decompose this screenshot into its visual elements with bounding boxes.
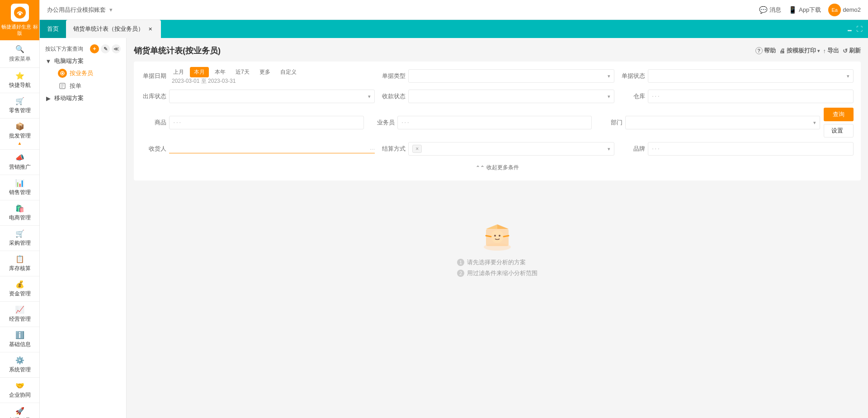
collapse-panel-btn[interactable]: ≪ bbox=[112, 44, 121, 53]
receiver-dots[interactable]: ··· bbox=[370, 145, 375, 152]
payment-method-select[interactable]: × ▾ bbox=[408, 142, 614, 156]
sidebar-item-inventory[interactable]: 📋 库存核算 bbox=[0, 251, 39, 276]
tab-close-icon[interactable]: ✕ bbox=[146, 25, 154, 33]
date-this-year-btn[interactable]: 本年 bbox=[211, 67, 230, 77]
doc-type-control[interactable]: ▾ bbox=[408, 69, 614, 83]
chevron-up-icon: ⌃⌃ bbox=[476, 165, 485, 171]
user-name: demo2 bbox=[843, 6, 861, 13]
sidebar-item-label: 搜索菜单 bbox=[9, 55, 31, 63]
goods-label: 商品 bbox=[141, 119, 166, 127]
date-this-month-btn[interactable]: 本月 bbox=[190, 67, 209, 77]
payment-status-select[interactable]: ▾ bbox=[408, 90, 614, 103]
staff-control[interactable]: ··· bbox=[397, 116, 592, 129]
payment-method-control[interactable]: × ▾ bbox=[408, 142, 614, 156]
tag-close-btn[interactable]: × bbox=[415, 146, 419, 152]
inventory-icon: 📋 bbox=[15, 255, 24, 264]
out-status-select[interactable]: ▾ bbox=[169, 90, 375, 103]
corp-icon: 🤝 bbox=[15, 381, 24, 390]
warehouse-select[interactable]: ··· bbox=[648, 90, 854, 103]
tab-home-label: 首页 bbox=[47, 25, 59, 33]
payment-status-control[interactable]: ▾ bbox=[408, 90, 614, 103]
date-last-month-btn[interactable]: 上月 bbox=[169, 67, 188, 77]
mobile-scheme-toggle[interactable]: ▶ 移动端方案 bbox=[40, 92, 126, 104]
goods-select[interactable]: ··· bbox=[169, 116, 364, 129]
sidebar-item-search-menu[interactable]: 🔍 搜索菜单 bbox=[0, 40, 39, 68]
tab-sales-stats[interactable]: 销货单统计表（按业务员） ✕ bbox=[66, 20, 161, 38]
tab-minimize-icon[interactable]: 🗕 bbox=[846, 25, 853, 33]
goods-control[interactable]: ··· bbox=[169, 116, 364, 129]
dept-label: 部门 bbox=[597, 119, 623, 127]
dropdown-icon: ▾ bbox=[608, 94, 610, 100]
sidebar-item-finance[interactable]: 💰 资金管理 bbox=[0, 276, 39, 302]
staff-select[interactable]: ··· bbox=[397, 116, 592, 129]
sidebar-item-newbie[interactable]: 🚀 新手引导 bbox=[0, 403, 39, 418]
doc-status-control[interactable]: ▾ bbox=[648, 69, 854, 83]
doc-status-select[interactable]: ▾ bbox=[648, 69, 854, 83]
warehouse-control[interactable]: ··· bbox=[648, 90, 854, 103]
sidebar-item-sales[interactable]: 📊 销售管理 bbox=[0, 175, 39, 200]
query-btn[interactable]: 查询 bbox=[824, 108, 854, 121]
out-status-control[interactable]: ▾ bbox=[169, 90, 375, 103]
receiver-input[interactable] bbox=[169, 144, 370, 153]
tip-2: 2 用过滤条件来缩小分析范围 bbox=[457, 269, 538, 277]
sidebar-item-retail[interactable]: 🛒 零售管理 bbox=[0, 93, 39, 119]
export-btn[interactable]: ↑ 导出 bbox=[823, 47, 840, 55]
sidebar-item-corp[interactable]: 🤝 企业协同 bbox=[0, 378, 39, 403]
export-icon: ↑ bbox=[823, 48, 826, 54]
receiver-control[interactable]: ··· bbox=[169, 144, 375, 153]
help-btn[interactable]: ? 帮助 bbox=[755, 47, 776, 55]
dept-control[interactable]: ▾ bbox=[625, 116, 820, 129]
scheme-by-staff[interactable]: 按业务员 bbox=[40, 67, 126, 80]
desktop-scheme-toggle[interactable]: ▼ 电脑端方案 bbox=[40, 55, 126, 67]
scheme-by-order[interactable]: 按单 bbox=[40, 80, 126, 92]
brand-control[interactable]: ··· bbox=[648, 142, 854, 156]
filter-area: 单据日期 上月 本月 本年 近7天 更多 自定义 2023-03-01 至 20… bbox=[134, 62, 861, 180]
sidebar-item-quick-nav[interactable]: ⭐ 快捷导航 bbox=[0, 68, 39, 93]
add-scheme-btn[interactable]: + bbox=[90, 44, 99, 53]
sidebar-item-label: 经营管理 bbox=[9, 315, 31, 323]
user-menu[interactable]: Ea demo2 bbox=[828, 4, 861, 16]
date-last-7-days-btn[interactable]: 近7天 bbox=[231, 67, 254, 77]
sidebar-item-label: 库存核算 bbox=[9, 265, 31, 272]
settings-btn[interactable]: 设置 bbox=[824, 124, 854, 138]
tab-maximize-icon[interactable]: ⛶ bbox=[856, 25, 863, 33]
panel-actions: + ✎ ≪ bbox=[90, 44, 121, 53]
sidebar-item-purchase[interactable]: 🛒 采购管理 bbox=[0, 226, 39, 251]
purchase-icon: 🛒 bbox=[15, 229, 24, 238]
sidebar-item-system[interactable]: ⚙️ 系统管理 bbox=[0, 352, 39, 378]
payment-method-field: 结算方式 × ▾ bbox=[380, 142, 614, 156]
star-icon: ⭐ bbox=[15, 71, 24, 81]
sidebar-item-basic[interactable]: ℹ️ 基础信息 bbox=[0, 327, 39, 352]
dropdown-icon: ▾ bbox=[608, 146, 610, 152]
print-template-btn[interactable]: 🖨 按模板打印 ▾ bbox=[779, 47, 820, 55]
payment-method-tag: × bbox=[412, 145, 422, 153]
edit-scheme-btn[interactable]: ✎ bbox=[101, 44, 110, 53]
account-name: 办公用品行业模拟账套 bbox=[47, 6, 106, 14]
messages-btn[interactable]: 💬 消息 bbox=[759, 6, 781, 14]
date-custom-btn[interactable]: 自定义 bbox=[276, 67, 301, 77]
dropdown-icon: ▾ bbox=[847, 73, 849, 79]
sidebar-item-operation[interactable]: 📈 经营管理 bbox=[0, 302, 39, 327]
date-shortcuts: 上月 本月 本年 近7天 更多 自定义 bbox=[169, 67, 375, 77]
main-content: 办公用品行业模拟账套 ▾ 💬 消息 📱 App下载 Ea demo2 首页 bbox=[40, 0, 868, 418]
date-more-btn[interactable]: 更多 bbox=[255, 67, 274, 77]
logo-area[interactable]: 畅捷通好生意 标版 bbox=[0, 0, 39, 40]
sidebar-item-label: 营销推广 bbox=[9, 163, 31, 171]
tab-home[interactable]: 首页 bbox=[40, 20, 66, 38]
by-order-label: 按单 bbox=[70, 82, 81, 90]
dept-select[interactable]: ▾ bbox=[625, 116, 820, 129]
sidebar-item-marketing[interactable]: 📣 营销推广 bbox=[0, 150, 39, 175]
brand-select[interactable]: ··· bbox=[648, 142, 854, 156]
doc-type-select[interactable]: ▾ bbox=[408, 69, 614, 83]
refresh-btn[interactable]: ↺ 刷新 bbox=[843, 47, 861, 55]
sidebar-item-wholesale[interactable]: 📦 批发管理 ▲ bbox=[0, 119, 39, 150]
collapse-btn[interactable]: ⌃⌃ 收起更多条件 bbox=[476, 164, 519, 171]
sidebar-item-ecommerce[interactable]: 🛍️ 电商管理 bbox=[0, 200, 39, 226]
doc-status-label: 单据状态 bbox=[620, 72, 645, 80]
print-icon: 🖨 bbox=[779, 48, 785, 54]
warehouse-field: 仓库 ··· bbox=[620, 90, 854, 103]
dropdown-icon[interactable]: ▾ bbox=[109, 6, 113, 13]
app-download-btn[interactable]: 📱 App下载 bbox=[788, 6, 821, 14]
sidebar-item-label: 电商管理 bbox=[9, 214, 31, 222]
tip-1: 1 请先选择要分析的方案 bbox=[457, 258, 538, 266]
